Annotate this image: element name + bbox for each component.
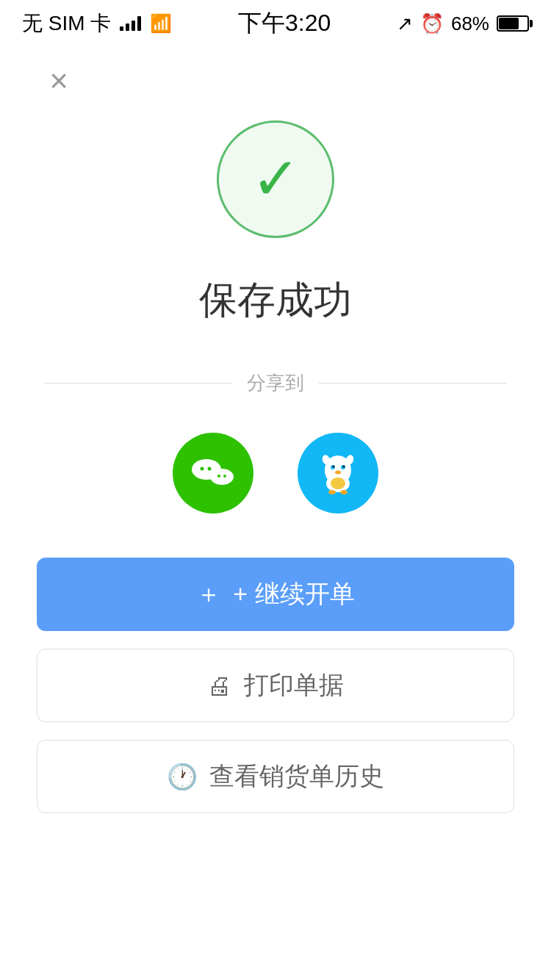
qq-icon: [314, 450, 362, 497]
wechat-share-button[interactable]: [173, 433, 253, 514]
history-button[interactable]: 🕐 查看销货单历史: [37, 740, 514, 813]
signal-icon: [120, 16, 141, 31]
location-icon: ↗: [397, 12, 413, 35]
wifi-icon: 📶: [150, 13, 172, 34]
action-buttons: ＋ + 继续开单 🖨 打印单据 🕐 查看销货单历史: [0, 558, 551, 813]
plus-icon: ＋: [196, 577, 221, 611]
continue-order-label: + 继续开单: [233, 577, 354, 611]
status-left: 无 SIM 卡 📶: [22, 10, 172, 37]
svg-point-2: [201, 467, 204, 471]
svg-point-14: [328, 490, 336, 494]
history-label: 查看销货单历史: [209, 760, 384, 793]
svg-point-1: [210, 469, 234, 485]
close-button[interactable]: ×: [37, 59, 81, 103]
share-label: 分享到: [247, 370, 304, 396]
svg-point-11: [335, 470, 341, 474]
no-sim-text: 无 SIM 卡: [22, 10, 111, 37]
svg-point-15: [340, 490, 347, 494]
svg-point-10: [342, 465, 345, 467]
wechat-icon: [187, 447, 239, 499]
qq-share-button[interactable]: [298, 433, 378, 514]
print-button[interactable]: 🖨 打印单据: [37, 649, 514, 722]
success-circle: ✓: [217, 120, 334, 238]
status-right: ↗ ⏰ 68%: [397, 12, 529, 35]
checkmark-icon: ✓: [251, 150, 300, 209]
battery-percent: 68%: [451, 12, 489, 35]
svg-point-3: [208, 467, 212, 471]
history-icon: 🕐: [167, 762, 198, 791]
svg-point-5: [223, 475, 226, 478]
status-time: 下午3:20: [238, 7, 331, 40]
alarm-icon: ⏰: [420, 12, 444, 35]
share-section: 分享到: [0, 370, 551, 514]
print-label: 打印单据: [244, 669, 344, 702]
print-icon: 🖨: [207, 671, 232, 700]
continue-order-button[interactable]: ＋ + 继续开单: [37, 558, 514, 631]
svg-point-9: [332, 465, 334, 467]
main-content: ✓ 保存成功 分享到: [0, 47, 551, 813]
status-bar: 无 SIM 卡 📶 下午3:20 ↗ ⏰ 68%: [0, 0, 551, 47]
close-icon: ×: [49, 65, 68, 97]
share-divider: 分享到: [44, 370, 507, 396]
success-title: 保存成功: [199, 275, 352, 326]
battery-icon: [497, 15, 529, 32]
svg-point-13: [331, 478, 345, 489]
svg-point-4: [217, 475, 220, 478]
share-icons: [44, 433, 507, 514]
